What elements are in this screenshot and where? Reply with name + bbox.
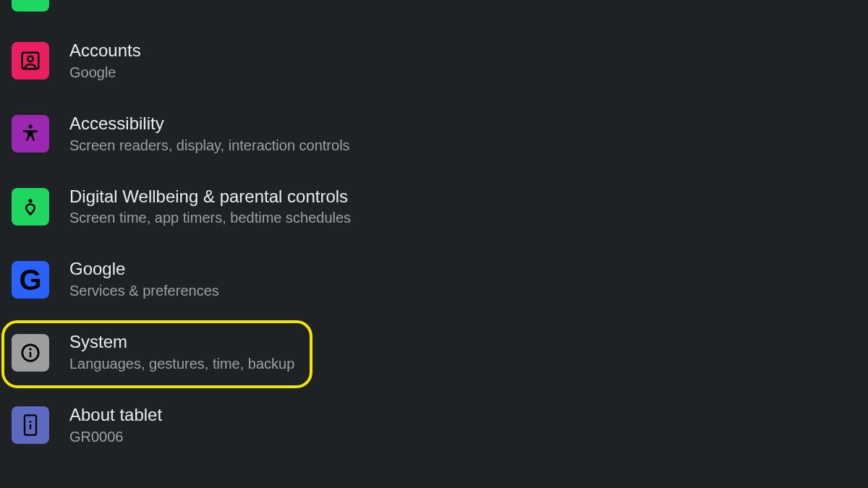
lock-icon — [12, 0, 49, 12]
setting-subtitle: Services & preferences — [69, 281, 219, 300]
svg-rect-11 — [30, 424, 31, 429]
setting-subtitle: Google — [69, 63, 141, 82]
setting-text: Accessibility Screen readers, display, i… — [69, 114, 350, 155]
setting-subtitle: GR0006 — [69, 427, 162, 446]
svg-rect-8 — [30, 351, 32, 357]
setting-text: Google Services & preferences — [69, 259, 219, 300]
settings-list: Screen lock Accounts Google Accessibilit… — [0, 0, 868, 450]
svg-point-7 — [29, 348, 32, 351]
setting-row-accounts[interactable]: Accounts Google — [0, 25, 868, 98]
setting-title: Accessibility — [69, 114, 350, 134]
setting-subtitle: Languages, gestures, time, backup — [69, 354, 294, 373]
setting-row-screen-lock[interactable]: Screen lock — [0, 0, 868, 25]
setting-text: Digital Wellbeing & parental controls Sc… — [69, 187, 351, 228]
account-icon — [12, 42, 49, 80]
setting-row-accessibility[interactable]: Accessibility Screen readers, display, i… — [0, 98, 868, 171]
setting-title: Google — [69, 259, 219, 280]
setting-title: Screen lock — [69, 0, 160, 3]
wellbeing-icon — [12, 188, 49, 226]
svg-point-3 — [27, 56, 33, 62]
tablet-info-icon — [12, 406, 49, 444]
setting-text: System Languages, gestures, time, backup — [69, 332, 294, 373]
setting-subtitle: Screen time, app timers, bedtime schedul… — [69, 208, 351, 227]
setting-subtitle: Screen readers, display, interaction con… — [69, 136, 350, 155]
setting-text: Accounts Google — [69, 40, 141, 82]
setting-row-system[interactable]: System Languages, gestures, time, backup — [0, 316, 868, 389]
setting-text: About tablet GR0006 — [69, 405, 162, 446]
setting-text: Screen lock — [69, 0, 160, 3]
svg-point-10 — [30, 421, 32, 423]
svg-point-4 — [29, 125, 33, 129]
setting-title: System — [69, 332, 294, 353]
svg-point-5 — [28, 199, 32, 202]
setting-row-google[interactable]: G Google Services & preferences — [0, 243, 868, 316]
setting-row-about-tablet[interactable]: About tablet GR0006 — [0, 389, 868, 450]
setting-title: About tablet — [69, 405, 162, 426]
setting-row-digital-wellbeing[interactable]: Digital Wellbeing & parental controls Sc… — [0, 171, 868, 244]
setting-title: Accounts — [69, 40, 141, 61]
google-icon: G — [12, 261, 49, 299]
setting-title: Digital Wellbeing & parental controls — [69, 187, 351, 207]
accessibility-icon — [12, 115, 49, 153]
info-icon — [12, 334, 49, 372]
